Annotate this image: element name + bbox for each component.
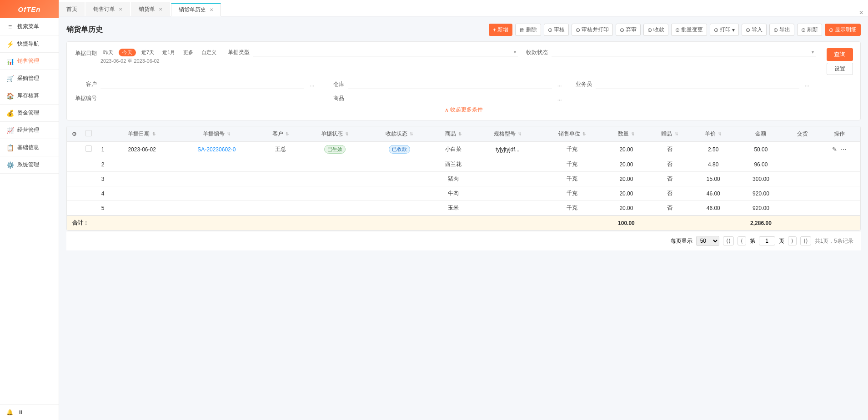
col-payment-status[interactable]: 收款状态 ⇅ (367, 126, 431, 142)
settings-button[interactable]: 设置 (827, 63, 853, 75)
query-button[interactable]: 查询 (827, 48, 853, 61)
page-size-select[interactable]: 50 20 100 (696, 236, 719, 246)
tab-sales-order-close[interactable]: ✕ (119, 7, 122, 12)
col-gift[interactable]: 赠品 ⇅ (648, 126, 692, 142)
settings-gear-icon[interactable]: ⚙ (72, 131, 77, 137)
row4-customer (259, 186, 303, 201)
abandon-button[interactable]: ⊙ 弃审 (616, 24, 641, 36)
col-checkbox[interactable] (81, 126, 96, 142)
row1-doc-no-link[interactable]: SA-20230602-0 (197, 146, 236, 153)
tab-sales-order[interactable]: 销售订单 ✕ (85, 2, 130, 16)
collect-button[interactable]: ⊙ 收款 (643, 24, 668, 36)
date-yesterday[interactable]: 昨天 (100, 48, 116, 57)
row1-edit-icon[interactable]: ✎ (831, 145, 838, 154)
sidebar-item-inventory-calc[interactable]: 🏠 库存核算 (0, 87, 59, 105)
collapse-button[interactable]: ∧ 收起更多条件 (445, 106, 483, 114)
staff-input[interactable] (596, 80, 799, 89)
tab-sales-history-label: 销货单历史 (179, 6, 206, 14)
col-spec[interactable]: 规格型号 ⇅ (475, 126, 540, 142)
date-1month[interactable]: 近1月 (160, 48, 178, 57)
header-checkbox[interactable] (85, 130, 92, 136)
sidebar-item-ops-mgmt[interactable]: 📈 经营管理 (0, 122, 59, 139)
warehouse-dots[interactable]: ... (557, 81, 562, 88)
row3-payment-status (367, 172, 431, 186)
delete-button[interactable]: 🗑 删除 (515, 24, 541, 36)
payment-status-select[interactable]: ▾ (552, 48, 816, 56)
col-doc-date[interactable]: 单据日期 ⇅ (110, 126, 174, 142)
refresh-button[interactable]: ⊙ 刷新 (797, 24, 822, 36)
batch-change-button[interactable]: ⊙ 批量变更 (671, 24, 707, 36)
tab-sales-goods-close[interactable]: ✕ (159, 7, 162, 12)
col-goods[interactable]: 商品 ⇅ (432, 126, 476, 142)
page-first-button[interactable]: ⟨⟨ (723, 236, 734, 245)
collect-label: 收款 (653, 26, 664, 34)
goods-dots[interactable]: ... (557, 95, 562, 102)
date-today[interactable]: 今天 (119, 49, 136, 56)
toolbar: + 新增 🗑 删除 ⊙ 审核 ⊙ 审核并打印 ⊙ 弃审 (489, 24, 861, 36)
audit-icon: ⊙ (548, 27, 552, 33)
customer-input[interactable] (100, 80, 304, 89)
page-size-label: 每页显示 (671, 237, 692, 245)
staff-dots[interactable]: ... (805, 81, 809, 88)
summary-end (787, 215, 860, 230)
page-prev-button[interactable]: ⟨ (738, 236, 746, 245)
row3-gift: 否 (648, 172, 692, 186)
notification-icon[interactable]: 🔔 (6, 409, 13, 415)
quick-nav-icon: ⚡ (6, 40, 14, 48)
tab-sales-goods[interactable]: 销货单 ✕ (131, 2, 170, 16)
sidebar-item-sales-mgmt[interactable]: 📊 销售管理 (0, 53, 59, 70)
row1-checkbox[interactable] (81, 142, 96, 157)
delete-icon: 🗑 (519, 27, 525, 33)
sidebar-item-finance-mgmt[interactable]: 💰 资金管理 (0, 105, 59, 122)
row5-checkbox[interactable] (81, 201, 96, 216)
doc-no-input[interactable] (100, 94, 314, 103)
col-unit[interactable]: 销售单位 ⇅ (540, 126, 604, 142)
sidebar-item-basic-info[interactable]: 📋 基础信息 (0, 139, 59, 156)
col-customer[interactable]: 客户 ⇅ (259, 126, 303, 142)
new-button[interactable]: + 新增 (489, 24, 512, 36)
tab-minimize-icon[interactable]: — (850, 10, 855, 16)
row1-checkbox-ctrl[interactable] (85, 145, 92, 152)
audit-print-button[interactable]: ⊙ 审核并打印 (572, 24, 613, 36)
row4-checkbox[interactable] (81, 186, 96, 201)
export-button[interactable]: ⊙ 导出 (769, 24, 794, 36)
col-doc-status[interactable]: 单据状态 ⇅ (302, 126, 367, 142)
row1-doc-status-badge: 已生效 (324, 145, 346, 154)
row2-checkbox[interactable] (81, 157, 96, 172)
col-settings[interactable]: ⚙ (67, 126, 81, 142)
sidebar-item-quick-nav[interactable]: ⚡ 快捷导航 (0, 35, 59, 53)
sidebar-item-sys-mgmt[interactable]: ⚙️ 系统管理 (0, 156, 59, 174)
sidebar-item-search-menu[interactable]: ≡ 搜索菜单 (0, 18, 59, 35)
sidebar-item-label: 库存核算 (17, 92, 39, 100)
customer-dots[interactable]: ... (310, 81, 314, 88)
date-filter-group: 昨天 今天 近7天 近1月 更多 自定义 2023-06-02 至 2023-0… (100, 48, 219, 65)
col-price-sort-icon: ⇅ (718, 132, 722, 136)
doc-type-select[interactable]: ▾ (253, 48, 518, 56)
sidebar-item-purchase-mgmt[interactable]: 🛒 采购管理 (0, 70, 59, 87)
col-doc-no[interactable]: 单据编号 ⇅ (174, 126, 259, 142)
tab-sales-history[interactable]: 销货单历史 ✕ (171, 3, 221, 16)
row1-doc-no[interactable]: SA-20230602-0 (174, 142, 259, 157)
date-more[interactable]: 更多 (181, 48, 196, 57)
page-number-input[interactable] (759, 236, 775, 245)
page-next-button[interactable]: ⟩ (788, 236, 797, 245)
show-detail-button[interactable]: ⊙ 显示明细 (825, 24, 861, 36)
col-qty[interactable]: 数量 ⇅ (605, 126, 648, 142)
row3-checkbox[interactable] (81, 172, 96, 186)
tab-close-all-icon[interactable]: ✕ (859, 10, 863, 16)
print-button[interactable]: ⊙ 打印 ▾ (710, 24, 739, 36)
row3-trade (787, 172, 818, 186)
tab-home[interactable]: 首页 (59, 2, 85, 16)
import-button[interactable]: ⊙ 导入 (742, 24, 767, 36)
date-custom[interactable]: 自定义 (199, 48, 219, 57)
audit-button[interactable]: ⊙ 审核 (544, 24, 569, 36)
pause-icon[interactable]: ⏸ (18, 409, 23, 415)
page-last-button[interactable]: ⟩⟩ (800, 236, 811, 245)
tab-sales-history-close[interactable]: ✕ (210, 7, 213, 12)
summary-total-qty: 100.00 (605, 215, 648, 230)
warehouse-input[interactable] (348, 80, 552, 89)
col-price[interactable]: 单价 ⇅ (692, 126, 735, 142)
row1-more-icon[interactable]: ⋯ (840, 145, 848, 154)
date-7days[interactable]: 近7天 (139, 48, 157, 57)
goods-input[interactable] (348, 94, 552, 103)
